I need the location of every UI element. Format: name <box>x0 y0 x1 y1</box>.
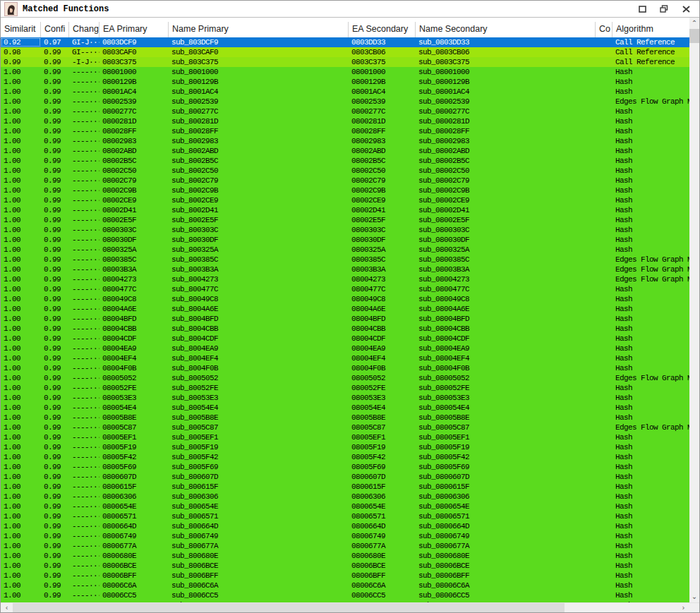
table-row[interactable]: 1.000.99----···08004A6Esub_8004A6E08004A… <box>1 304 689 314</box>
column-header-ea-secondary[interactable]: EA Secondary <box>349 22 416 37</box>
cell-change: ----··· <box>69 116 99 126</box>
cell-comments <box>596 521 612 531</box>
cell-algorithm: Hash <box>612 541 689 551</box>
table-row[interactable]: 1.000.99----···08002E5Fsub_8002E5F08002E… <box>1 215 689 225</box>
table-row[interactable]: 1.000.99----···08002539sub_8002539080025… <box>1 97 689 107</box>
table-row[interactable]: 1.000.99----···0800654Esub_800654E080065… <box>1 502 689 511</box>
cell-ea_primary: 080053E3 <box>99 393 169 403</box>
table-row[interactable]: 1.000.99----···0800129Bsub_800129B080012… <box>1 77 689 87</box>
column-header-similarity[interactable]: ˆ Similarit <box>1 22 41 37</box>
cell-comments <box>596 47 612 57</box>
table-row[interactable]: 1.000.99----···08004273sub_8004273080042… <box>1 274 689 284</box>
table-row[interactable]: 1.000.99----···0800677Asub_800677A080067… <box>1 541 689 551</box>
cell-similarity: 1.00 <box>1 413 41 423</box>
table-row[interactable]: 1.000.99----···08004EF4sub_8004EF408004E… <box>1 353 689 363</box>
table-row[interactable]: 1.000.99----···08006C6Asub_8006C6A08006C… <box>1 581 689 590</box>
table-row[interactable]: 1.000.99----···08006749sub_8006749080067… <box>1 531 689 541</box>
table-row[interactable]: 1.000.99----···08005EF1sub_8005EF108005E… <box>1 432 689 442</box>
table-row[interactable]: 1.000.99----···080049C8sub_80049C8080049… <box>1 294 689 304</box>
cell-ea_secondary: 08005F19 <box>349 442 416 452</box>
column-header-name-primary[interactable]: Name Primary <box>169 22 349 37</box>
restore-button[interactable] <box>656 3 672 16</box>
table-row[interactable]: 1.000.99----···0800385Csub_800385C080038… <box>1 255 689 265</box>
table-row[interactable]: 1.000.99----···080053E3sub_80053E3080053… <box>1 393 689 403</box>
cell-ea_primary: 0803DCF9 <box>99 37 169 47</box>
table-row[interactable]: 1.000.99----···0800680Esub_800680E080068… <box>1 551 689 561</box>
table-row[interactable]: 1.000.99----···08001AC4sub_8001AC408001A… <box>1 87 689 97</box>
scroll-up-button[interactable]: ⌃ <box>689 18 699 29</box>
app-icon <box>4 2 18 16</box>
maximize-button[interactable] <box>634 3 650 16</box>
table-row[interactable]: 1.000.99----···08004CBBsub_8004CBB08004C… <box>1 324 689 334</box>
table-row[interactable]: 1.000.99----···08006BCEsub_8006BCE08006B… <box>1 561 689 571</box>
table-row[interactable]: 1.000.99----···0800664Dsub_800664D080066… <box>1 521 689 531</box>
table-row[interactable]: 1.000.99----···08005F69sub_8005F6908005F… <box>1 462 689 472</box>
table-row[interactable]: 1.000.99----···08002CE9sub_8002CE908002C… <box>1 195 689 205</box>
horizontal-scrollbar[interactable]: ‹ › <box>1 602 699 612</box>
table-row[interactable]: 1.000.99----···0800325Asub_800325A080032… <box>1 245 689 255</box>
table-row[interactable]: 1.000.99----···08002D41sub_8002D4108002D… <box>1 205 689 215</box>
table-row[interactable]: 1.000.99----···08002983sub_8002983080029… <box>1 136 689 146</box>
table-row[interactable]: 1.000.99----···08005C87sub_8005C8708005C… <box>1 423 689 432</box>
table-row[interactable]: 1.000.99----···080054E4sub_80054E4080054… <box>1 403 689 413</box>
table-row[interactable]: 1.000.99----···0800477Csub_800477C080047… <box>1 284 689 294</box>
table-row[interactable]: 1.000.99----···080030DFsub_80030DF080030… <box>1 235 689 245</box>
cell-confidence: 0.99 <box>41 581 69 590</box>
table-row[interactable]: 1.000.99----···08002C79sub_8002C7908002C… <box>1 176 689 186</box>
table-row[interactable]: 1.000.99----···08002ABDsub_8002ABD08002A… <box>1 146 689 156</box>
column-header-comments[interactable]: Co <box>596 22 612 37</box>
column-header-name-secondary[interactable]: Name Secondary <box>416 22 596 37</box>
horizontal-scrollbar-track[interactable] <box>13 603 677 612</box>
table-row[interactable]: 1.000.99----···080052FEsub_80052FE080052… <box>1 383 689 393</box>
table-row[interactable]: 1.000.99----···0800607Dsub_800607D080060… <box>1 472 689 482</box>
column-header-algorithm[interactable]: Algorithm <box>612 22 689 37</box>
close-button[interactable] <box>678 3 694 16</box>
table-row[interactable]: 1.000.99----···08006306sub_8006306080063… <box>1 492 689 502</box>
table-row[interactable]: 1.000.99----···08006571sub_8006571080065… <box>1 511 689 521</box>
table-row[interactable]: 0.990.99-I-J···0803C375sub_803C3750803C3… <box>1 57 689 67</box>
scroll-down-button[interactable]: ⌄ <box>689 591 699 602</box>
table-row[interactable]: 1.000.99----···080028FFsub_80028FF080028… <box>1 126 689 136</box>
chevron-up-icon: ⌃ <box>692 20 697 27</box>
cell-ea_secondary: 08002ABD <box>349 146 416 156</box>
matched-functions-window: Matched Functions ˆ <box>0 0 700 613</box>
table-row[interactable]: 1.000.99----···08004F0Bsub_8004F0B08004F… <box>1 363 689 373</box>
vertical-scrollbar[interactable]: ⌃ ⌄ <box>689 18 699 602</box>
column-header-ea-primary[interactable]: EA Primary <box>99 22 169 37</box>
scroll-left-button[interactable]: ‹ <box>1 603 13 612</box>
cell-change: ----··· <box>69 482 99 492</box>
table-row[interactable]: 1.000.99----···08005F42sub_8005F4208005F… <box>1 452 689 462</box>
table-row[interactable]: 1.000.99----···08002C9Bsub_8002C9B08002C… <box>1 186 689 195</box>
column-header-confidence[interactable]: Confi <box>41 22 69 37</box>
table-row[interactable]: 1.000.99----···0800281Dsub_800281D080028… <box>1 116 689 126</box>
table-row[interactable]: 1.000.99----···0800615Fsub_800615F080061… <box>1 482 689 492</box>
cell-confidence: 0.99 <box>41 77 69 87</box>
table-row[interactable]: 1.000.99----···08005B8Esub_8005B8E08005B… <box>1 413 689 423</box>
table-row[interactable]: 0.920.97GI-J···0803DCF9sub_803DCF90803DD… <box>1 37 689 47</box>
table-row[interactable]: 1.000.99----···08003B3Asub_8003B3A08003B… <box>1 265 689 274</box>
table-row[interactable]: 1.000.99----···0800303Csub_800303C080030… <box>1 225 689 235</box>
table-row[interactable]: 1.000.99----···08001000sub_8001000080010… <box>1 67 689 77</box>
table-row[interactable]: 0.980.99GI--···0803CAF0sub_803CAF00803CB… <box>1 47 689 57</box>
table-row[interactable]: 1.000.99----···08006CC5sub_8006CC508006C… <box>1 590 689 600</box>
table-row[interactable]: 1.000.99----···08004CDFsub_8004CDF08004C… <box>1 334 689 344</box>
table-row[interactable]: 1.000.99----···0800277Csub_800277C080027… <box>1 107 689 116</box>
vertical-scrollbar-track[interactable] <box>689 43 699 591</box>
table-row[interactable]: 1.000.99----···08006BFFsub_8006BFF08006B… <box>1 571 689 581</box>
vertical-scrollbar-thumb[interactable] <box>689 29 699 43</box>
cell-ea_secondary: 080028FF <box>349 126 416 136</box>
scroll-right-button[interactable]: › <box>677 603 689 612</box>
table-row[interactable]: 1.000.99----···08004BFDsub_8004BFD08004B… <box>1 314 689 324</box>
table-row[interactable]: 1.000.99----···08002C50sub_8002C5008002C… <box>1 166 689 176</box>
cell-change: ----··· <box>69 205 99 215</box>
table-row[interactable]: 1.000.99----···08002B5Csub_8002B5C08002B… <box>1 156 689 166</box>
table-row[interactable]: 1.000.99----···08004EA9sub_8004EA908004E… <box>1 344 689 353</box>
table-row[interactable]: 1.000.99----···08005F19sub_8005F1908005F… <box>1 442 689 452</box>
cell-name_primary: sub_8002B5C <box>169 156 349 166</box>
cell-comments <box>596 363 612 373</box>
table-row[interactable]: 1.000.99----···08005052sub_8005052080050… <box>1 373 689 383</box>
column-header-change[interactable]: Chang <box>69 22 99 37</box>
horizontal-scrollbar-thumb[interactable] <box>13 603 565 612</box>
cell-ea_secondary: 08004273 <box>349 274 416 284</box>
cell-ea_primary: 080049C8 <box>99 294 169 304</box>
